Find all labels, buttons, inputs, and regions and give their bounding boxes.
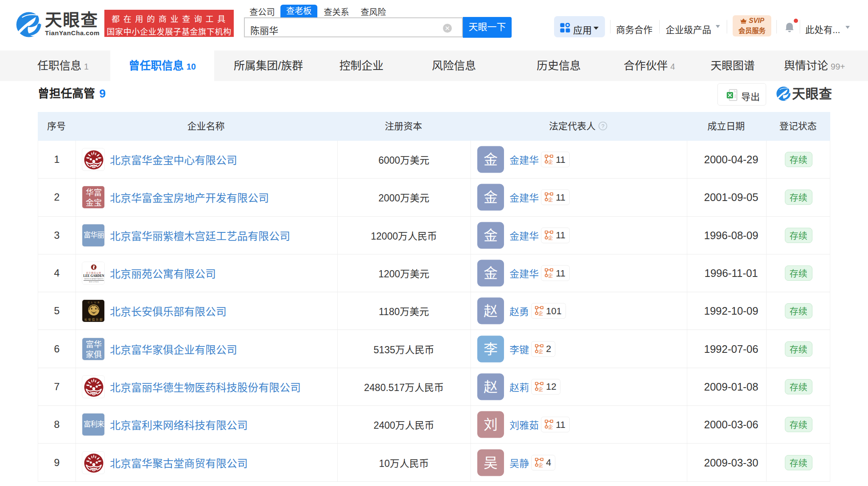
svg-text:企: 企 bbox=[548, 197, 553, 202]
svg-text:企: 企 bbox=[548, 235, 553, 240]
svg-text:?: ? bbox=[601, 123, 604, 129]
svg-text:企: 企 bbox=[548, 159, 553, 165]
svg-text:企: 企 bbox=[538, 386, 543, 391]
svg-text:企: 企 bbox=[538, 462, 543, 467]
svg-text:企: 企 bbox=[538, 348, 543, 354]
svg-text:企: 企 bbox=[548, 424, 553, 430]
svg-text:企: 企 bbox=[538, 310, 543, 316]
svg-text:企: 企 bbox=[548, 273, 553, 278]
